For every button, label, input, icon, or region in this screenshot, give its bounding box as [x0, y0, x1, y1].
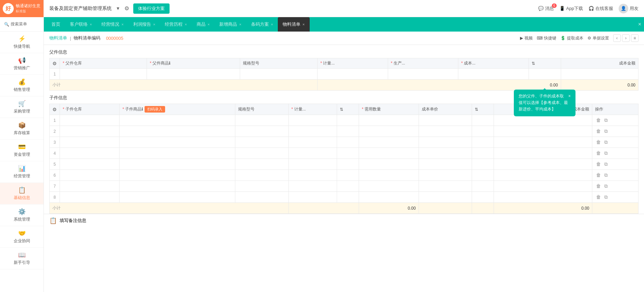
child-cell-unitcost-2[interactable] — [419, 126, 472, 137]
child-cell-unitcost-8[interactable] — [419, 192, 472, 203]
child-cell-quantity-2[interactable] — [359, 126, 419, 137]
copy-icon-7[interactable]: ⧉ — [604, 183, 608, 189]
child-cell-unit-5[interactable] — [288, 159, 337, 170]
scan-btn[interactable]: 扫码录入 — [145, 106, 165, 113]
child-cell-unit-4[interactable] — [288, 148, 337, 159]
child-cell-product-3[interactable] — [120, 137, 235, 148]
tab-barcode-close[interactable]: × — [271, 22, 273, 26]
parent-cell-unit-1[interactable] — [318, 69, 388, 80]
copy-icon-4[interactable]: ⧉ — [604, 150, 608, 156]
child-cell-unit-7[interactable] — [288, 181, 337, 192]
copy-icon-8[interactable]: ⧉ — [604, 194, 608, 200]
copy-icon-1[interactable]: ⧉ — [604, 117, 608, 123]
tab-home[interactable]: 首页 — [47, 17, 65, 32]
user-avatar[interactable]: 👤 用友 — [619, 4, 639, 13]
child-cell-unitcost-7[interactable] — [419, 181, 472, 192]
parent-cell-cost-1[interactable] — [458, 69, 529, 80]
child-cell-warehouse-6[interactable] — [60, 170, 120, 181]
online-support-btn[interactable]: 🎧 在线客服 — [589, 5, 613, 12]
tab-operations[interactable]: 经营情况 × — [97, 17, 128, 32]
child-cell-warehouse-4[interactable] — [60, 148, 120, 159]
child-cell-spec-3[interactable] — [235, 137, 288, 148]
delete-icon-4[interactable]: 🗑 — [596, 150, 601, 156]
sidebar-item-enterprise[interactable]: 🤝 企业协同 — [0, 226, 44, 248]
child-cell-unitcost-4[interactable] — [419, 148, 472, 159]
tab-history-close[interactable]: × — [185, 22, 187, 26]
cost-btn[interactable]: 💲 提取成本 — [560, 35, 583, 41]
app-download-btn[interactable]: 📱 App下载 — [559, 5, 583, 12]
child-cell-product-6[interactable] — [120, 170, 235, 181]
delete-icon-8[interactable]: 🗑 — [596, 194, 601, 200]
child-cell-product-2[interactable] — [120, 126, 235, 137]
tab-bom-close[interactable]: × — [302, 22, 305, 26]
system-dropdown-icon[interactable]: ▼ — [116, 6, 120, 11]
copy-icon-6[interactable]: ⧉ — [604, 172, 608, 178]
child-cell-product-5[interactable] — [120, 159, 235, 170]
search-menu-btn[interactable]: 🔍 搜索菜单 — [3, 20, 41, 28]
sidebar-item-basic-info[interactable]: 📋 基础信息 — [0, 183, 44, 205]
child-cell-warehouse-1[interactable] — [60, 115, 120, 126]
child-cell-spec-5[interactable] — [235, 159, 288, 170]
tab-bom[interactable]: 物料清单 × — [278, 17, 309, 32]
parent-cell-product-1[interactable] — [147, 69, 240, 80]
tab-operations-close[interactable]: × — [121, 22, 123, 26]
tab-goods[interactable]: 商品 × — [192, 17, 214, 32]
tooltip-close-btn[interactable]: × — [568, 93, 571, 100]
sidebar-item-operations[interactable]: 📊 经营管理 — [0, 161, 44, 183]
child-cell-warehouse-8[interactable] — [60, 192, 120, 203]
child-cell-product-1[interactable] — [120, 115, 235, 126]
child-cell-quantity-5[interactable] — [359, 159, 419, 170]
child-cell-warehouse-7[interactable] — [60, 181, 120, 192]
sidebar-item-system[interactable]: ⚙️ 系统管理 — [0, 205, 44, 226]
parent-cell-warehouse-1[interactable] — [60, 69, 147, 80]
parent-col-gear[interactable]: ⚙ — [50, 58, 60, 69]
child-cell-spec-8[interactable] — [235, 192, 288, 203]
tab-profit-close[interactable]: × — [153, 22, 155, 26]
parent-cell-production-1[interactable] — [388, 69, 458, 80]
tab-new-goods[interactable]: 新增商品 × — [214, 17, 246, 32]
sidebar-item-quick-nav[interactable]: ⚡ 快捷导航 — [0, 32, 44, 53]
tab-customer-close[interactable]: × — [90, 22, 92, 26]
child-cell-product-7[interactable] — [120, 181, 235, 192]
child-cell-warehouse-5[interactable] — [60, 159, 120, 170]
tab-customer[interactable]: 客户联络 × — [65, 17, 97, 32]
child-cell-unit-8[interactable] — [288, 192, 337, 203]
next-arrow[interactable]: › — [622, 34, 630, 42]
menu-arrow[interactable]: ≡ — [631, 34, 639, 42]
delete-icon-2[interactable]: 🗑 — [596, 128, 601, 134]
child-cell-unitcost-6[interactable] — [419, 170, 472, 181]
tab-barcode[interactable]: 条码方案 × — [246, 17, 278, 32]
tab-profit[interactable]: 利润报告 × — [128, 17, 160, 32]
child-cell-quantity-8[interactable] — [359, 192, 419, 203]
child-cell-unitcost-5[interactable] — [419, 159, 472, 170]
child-cell-spec-7[interactable] — [235, 181, 288, 192]
child-cell-quantity-4[interactable] — [359, 148, 419, 159]
copy-icon-5[interactable]: ⧉ — [604, 161, 608, 167]
child-cell-quantity-7[interactable] — [359, 181, 419, 192]
child-cell-unit-2[interactable] — [288, 126, 337, 137]
tab-history[interactable]: 经营历程 × — [160, 17, 191, 32]
child-cell-quantity-1[interactable] — [359, 115, 419, 126]
child-cell-warehouse-3[interactable] — [60, 137, 120, 148]
child-cell-warehouse-2[interactable] — [60, 126, 120, 137]
copy-icon-2[interactable]: ⧉ — [604, 128, 608, 134]
sidebar-item-finance[interactable]: 💳 资金管理 — [0, 140, 44, 161]
sidebar-item-guide[interactable]: 📖 新手引导 — [0, 248, 44, 269]
child-cell-spec-4[interactable] — [235, 148, 288, 159]
delete-icon-3[interactable]: 🗑 — [596, 139, 601, 145]
child-cell-unit-6[interactable] — [288, 170, 337, 181]
tab-new-goods-close[interactable]: × — [239, 22, 241, 26]
child-cell-unit-1[interactable] — [288, 115, 337, 126]
child-cell-spec-6[interactable] — [235, 170, 288, 181]
sidebar-item-inventory[interactable]: 📦 库存核算 — [0, 118, 44, 140]
copy-icon-3[interactable]: ⧉ — [604, 139, 608, 145]
child-cell-quantity-3[interactable] — [359, 137, 419, 148]
child-cell-spec-1[interactable] — [235, 115, 288, 126]
delete-icon-6[interactable]: 🗑 — [596, 172, 601, 178]
settings-gear-icon[interactable]: ⚙ — [124, 5, 129, 12]
child-cell-product-8[interactable] — [120, 192, 235, 203]
child-cell-product-4[interactable] — [120, 148, 235, 159]
trial-button[interactable]: 体验行业方案 — [133, 3, 170, 14]
delete-icon-7[interactable]: 🗑 — [596, 183, 601, 189]
prev-arrow[interactable]: ‹ — [613, 34, 621, 42]
